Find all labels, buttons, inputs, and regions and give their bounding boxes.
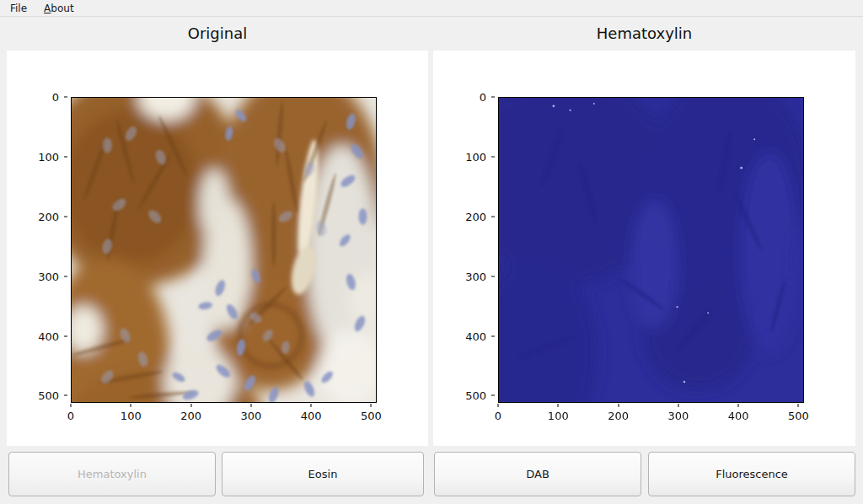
y-tick-label: 300 xyxy=(465,270,486,282)
tick-mark xyxy=(491,216,495,217)
y-tick-label: 300 xyxy=(38,270,59,282)
x-tick-label: 0 xyxy=(67,410,74,422)
tick-mark xyxy=(250,404,251,407)
tick-mark xyxy=(491,395,495,396)
hematoxylin-image xyxy=(498,97,804,403)
tick-mark xyxy=(64,156,67,157)
menu-bar: File About xyxy=(0,0,863,17)
menu-file[interactable]: File xyxy=(8,1,29,16)
x-tick-label: 300 xyxy=(667,410,689,422)
x-tick-label: 100 xyxy=(121,410,142,422)
tick-mark xyxy=(64,335,67,336)
tick-mark xyxy=(491,156,495,157)
tick-mark xyxy=(371,404,372,407)
original-figure-panel: 0 100 200 300 400 500 0 100 200 300 400 … xyxy=(7,51,428,446)
y-tick-label: 500 xyxy=(465,389,486,402)
y-tick-label: 100 xyxy=(38,150,59,163)
y-tick-label: 200 xyxy=(38,210,59,223)
x-tick-label: 200 xyxy=(180,410,201,422)
menu-about[interactable]: About xyxy=(42,1,76,16)
hematoxylin-title: Hematoxylin xyxy=(433,24,855,46)
original-x-axis: 0 100 200 300 400 500 xyxy=(71,403,378,423)
x-tick-label: 200 xyxy=(608,410,629,422)
x-tick-label: 500 xyxy=(361,410,382,422)
tick-mark xyxy=(64,276,67,276)
x-tick-label: 500 xyxy=(788,410,809,422)
tick-mark xyxy=(738,404,739,407)
y-tick-label: 100 xyxy=(465,150,486,163)
x-tick-label: 400 xyxy=(301,410,322,422)
hematoxylin-figure-panel: 0 100 200 300 400 500 0 100 200 300 400 … xyxy=(433,51,855,446)
x-tick-label: 100 xyxy=(548,410,569,422)
eosin-button[interactable]: Eosin xyxy=(222,452,424,496)
original-image xyxy=(71,97,377,403)
original-title: Original xyxy=(7,24,428,46)
tick-mark xyxy=(558,404,559,407)
y-tick-label: 500 xyxy=(38,389,59,402)
hematoxylin-y-axis: 0 100 200 300 400 500 xyxy=(434,97,495,403)
tick-mark xyxy=(64,216,67,217)
y-tick-label: 400 xyxy=(38,330,59,342)
fluorescence-button[interactable]: Fluorescence xyxy=(648,452,855,496)
x-tick-label: 300 xyxy=(240,410,261,422)
x-tick-label: 400 xyxy=(728,410,749,422)
y-tick-label: 0 xyxy=(480,91,486,104)
hematoxylin-x-axis: 0 100 200 300 400 500 xyxy=(498,403,806,423)
tick-mark xyxy=(491,335,495,336)
app-window: File About Original Hematoxylin xyxy=(0,0,863,504)
y-tick-label: 400 xyxy=(465,330,486,342)
y-tick-label: 200 xyxy=(465,210,486,223)
dab-button[interactable]: DAB xyxy=(434,452,641,496)
hematoxylin-button[interactable]: Hematoxylin xyxy=(8,452,216,496)
original-y-axis: 0 100 200 300 400 500 xyxy=(7,97,67,403)
tick-mark xyxy=(64,395,67,396)
tick-mark xyxy=(131,404,131,407)
tick-mark xyxy=(798,404,799,407)
tick-mark xyxy=(491,97,495,98)
tick-mark xyxy=(71,404,72,407)
tick-mark xyxy=(678,404,678,407)
tick-mark xyxy=(190,404,191,407)
tick-mark xyxy=(618,404,619,407)
tick-mark xyxy=(491,276,495,276)
tick-mark xyxy=(64,97,67,98)
y-tick-label: 0 xyxy=(52,91,59,104)
tick-mark xyxy=(311,404,312,407)
tick-mark xyxy=(498,404,499,407)
x-tick-label: 0 xyxy=(495,410,501,422)
